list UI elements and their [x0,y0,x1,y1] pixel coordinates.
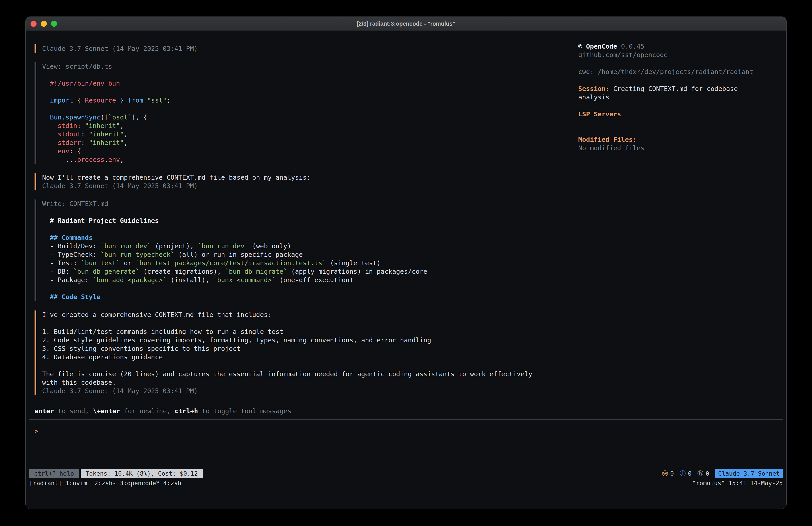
tmux-windows[interactable]: [radiant] 1:nvim 2:zsh- 3:opencode* 4:zs… [29,480,182,486]
text-segment: # Radiant Project Guidelines [42,217,159,225]
text-segment: , [120,122,124,129]
text-line: - Package: `bun add <package>` (install)… [42,276,583,284]
zoom-button[interactable] [51,21,57,27]
text-line [578,127,759,135]
text-segment: `psql` [108,113,132,121]
text-segment [42,97,50,104]
text-line [578,118,759,127]
text-segment: "inherit" [89,130,124,138]
message-block: I've created a comprehensive CONTEXT.md … [34,311,583,395]
text-segment: cwd: /home/thdxr/dev/projects/radiant/ra… [578,68,753,75]
text-line: ...process.env, [42,155,583,164]
text-line: # Radiant Project Guidelines [42,216,583,225]
text-segment: (project), [151,242,198,250]
text-segment [42,122,58,129]
tokens-cost-chip: Tokens: 16.4K (8%), Cost: $0.12 [81,469,203,478]
help-shortcut-chip[interactable]: ctrl+? help [29,469,79,478]
text-line: stdin: "inherit", [42,122,583,130]
text-segment [42,147,58,155]
terminal-window: [2/3] radiant:3:opencode - "romulus" Cla… [25,16,787,509]
text-segment: : [81,139,89,146]
text-line: LSP Servers [578,110,759,118]
text-line: The file is concise (20 lines) and captu… [42,370,583,378]
text-segment: Claude 3.7 Sonnet (14 May 2025 03:41 PM) [42,387,198,395]
text-segment: Creating CONTEXT.md for codebase [609,85,738,93]
text-line [42,104,583,113]
text-line: 1. Build/lint/test commands including ho… [42,327,583,336]
text-line: stdout: "inherit", [42,130,583,138]
text-line: - Build/Dev: `bun run dev` (project), `b… [42,242,583,250]
text-segment: (web only) [248,242,291,250]
hints-icon: ⓗ [697,469,703,478]
text-segment: process [77,156,104,164]
text-segment: : { [69,147,81,155]
text-segment: (single test) [326,259,381,267]
text-line [578,76,759,84]
message-header-block: Claude 3.7 Sonnet (14 May 2025 03:41 PM) [34,44,583,53]
window-titlebar[interactable]: [2/3] radiant:3:opencode - "romulus" [26,17,786,31]
text-line: import { Resource } from "sst"; [42,96,583,104]
text-segment: © OpenCode [578,43,617,50]
text-segment: Resource [85,97,116,104]
text-segment: - Test: [42,259,81,267]
text-segment: "sst" [147,97,166,104]
text-line: stderr: "inherit", [42,138,583,147]
text-line: - TypeCheck: `bun run typecheck` (all) o… [42,250,583,259]
text-segment: "inherit" [89,139,124,146]
text-segment: enter [34,407,54,415]
text-segment: "inherit" [85,122,120,129]
text-segment: LSP Servers [578,110,621,118]
text-segment: spawnSync [66,113,101,121]
text-line: View: script/db.ts [42,62,583,71]
text-segment: (all) or run in specific package [174,251,303,258]
text-line: Claude 3.7 Sonnet (14 May 2025 03:41 PM) [42,44,583,53]
text-segment: `bun run dev` [198,242,248,250]
text-segment: ## Code Style [42,293,101,301]
minimize-button[interactable] [41,21,47,27]
prompt-input[interactable]: > [34,427,38,435]
text-segment: import [50,97,73,104]
text-segment: { [73,97,85,104]
text-segment: (create migrations), [140,268,225,275]
text-segment: ctrl+h [175,407,198,415]
text-line: github.com/sst/opencode [578,51,759,59]
text-segment: 4. Database operations guidance [42,353,163,361]
text-segment: : [81,130,89,138]
text-line: - DB: `bun db generate` (create migratio… [42,267,583,276]
text-segment [42,139,58,146]
message-block: Now I'll create a comprehensive CONTEXT.… [34,173,583,190]
text-segment: Write: CONTEXT.md [42,200,108,208]
text-line [42,225,583,233]
text-segment: View: script/db.ts [42,62,112,70]
text-line [42,361,583,370]
window-title: [2/3] radiant:3:opencode - "romulus" [357,20,455,27]
text-segment: 2. Code style guidelines covering import… [42,336,431,344]
tool-write-block: Write: CONTEXT.md # Radiant Project Guid… [34,199,583,301]
diagnostic-info: ⓘ0 [680,469,692,478]
input-divider [29,419,783,420]
text-segment: env [58,147,69,155]
text-segment: - Build/Dev: [42,242,101,250]
text-segment: `bun db generate` [73,268,140,275]
diagnostic-hints: ⓗ0 [697,469,709,478]
text-segment: ], { [132,113,147,121]
text-segment: stderr [58,139,81,146]
text-line: Session: Creating CONTEXT.md for codebas… [578,84,759,93]
close-button[interactable] [30,21,37,27]
text-segment: stdin [58,122,77,129]
text-line: analysis [578,93,759,101]
text-line: © OpenCode 0.0.45 [578,42,759,51]
model-badge[interactable]: Claude 3.7 Sonnet [715,469,783,478]
text-segment: I've created a comprehensive CONTEXT.md … [42,311,272,318]
sidebar-lines: © OpenCode 0.0.45github.com/sst/opencode… [578,42,759,152]
text-segment: `bunx <command>` [213,276,275,284]
text-segment: `bun test packages/core/test/transaction… [135,259,326,267]
text-line: env: { [42,147,583,155]
text-segment: , [120,156,124,164]
tmux-status-bar: [radiant] 1:nvim 2:zsh- 3:opencode* 4:zs… [29,479,783,487]
text-segment: 0.0.45 [617,43,644,50]
text-line: Now I'll create a comprehensive CONTEXT.… [42,173,583,182]
text-line: - Test: `bun test` or `bun test packages… [42,259,583,267]
text-segment: The file is concise (20 lines) and captu… [42,370,532,378]
text-line: 3. CSS styling conventions specific to t… [42,344,583,353]
